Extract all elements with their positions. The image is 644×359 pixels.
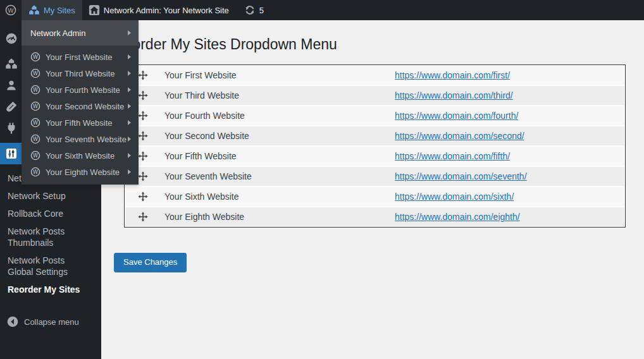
submenu-arrow-icon	[128, 30, 131, 35]
menu-item-site[interactable]: W Your Seventh Website	[22, 131, 139, 147]
sites-group: W Your First Website W Your Third Websit…	[22, 46, 139, 185]
svg-text:W: W	[33, 153, 38, 159]
submenu-item-network-setup[interactable]: Network Setup	[0, 187, 101, 205]
submenu-arrow-icon	[128, 87, 131, 92]
table-row: Your Sixth Website https://www.domain.co…	[125, 187, 624, 206]
my-sites-icon	[28, 4, 40, 16]
table-row: Your Fourth Website https://www.domain.c…	[125, 106, 624, 125]
site-menu-label: Your Fifth Website	[46, 118, 128, 128]
move-icon	[138, 192, 148, 202]
site-name: Your Second Website	[161, 131, 395, 141]
move-icon	[138, 111, 148, 121]
submenu-arrow-icon	[128, 104, 131, 109]
move-icon	[138, 90, 148, 100]
site-url-link[interactable]: https://www.domain.com/sixth/	[395, 192, 624, 202]
menu-item-site[interactable]: W Your First Website	[22, 49, 139, 65]
update-icon	[244, 4, 256, 16]
submenu-arrow-icon	[128, 71, 131, 76]
site-url-link[interactable]: https://www.domain.com/first/	[395, 70, 624, 80]
svg-text:W: W	[33, 71, 38, 76]
main-content: Reorder My Sites Dropdown Menu Your Firs…	[101, 20, 644, 272]
submenu-item-rollback-core[interactable]: Rollback Core	[0, 205, 101, 222]
site-name: Your Eighth Website	[161, 212, 395, 222]
site-name: Your Third Website	[161, 90, 395, 100]
table-row: Your Third Website https://www.domain.co…	[125, 86, 624, 105]
menu-item-site[interactable]: W Your Eighth Website	[22, 164, 139, 180]
site-url-link[interactable]: https://www.domain.com/second/	[395, 131, 624, 141]
network-admin-label: Network Admin	[30, 28, 128, 38]
current-site-label: Network Admin: Your Network Site	[104, 6, 229, 15]
dashboard-icon	[5, 32, 18, 45]
drag-handle[interactable]	[125, 192, 161, 202]
admin-bar-current-site[interactable]: Network Admin: Your Network Site	[82, 0, 235, 20]
users-icon	[5, 79, 18, 92]
drag-handle[interactable]	[125, 212, 161, 222]
collapse-menu-label: Collapse menu	[24, 317, 79, 327]
site-name: Your Sixth Website	[161, 192, 395, 202]
table-row: Your Fifth Website https://www.domain.co…	[125, 147, 624, 166]
svg-text:W: W	[33, 120, 38, 126]
site-menu-label: Your Sixth Website	[46, 151, 128, 161]
site-menu-label: Your First Website	[46, 52, 128, 62]
svg-text:W: W	[33, 137, 38, 142]
site-url-link[interactable]: https://www.domain.com/third/	[395, 90, 624, 100]
move-icon	[138, 212, 148, 222]
submenu-item-reorder-my-sites[interactable]: Reorder My Sites	[0, 281, 101, 298]
network-admin-group: Network Admin	[22, 20, 139, 46]
svg-text:W: W	[33, 104, 38, 109]
site-menu-label: Your Second Website	[46, 102, 128, 111]
submenu-item-network-posts-global-settings[interactable]: Network Posts Global Settings	[0, 252, 101, 281]
site-menu-label: Your Third Website	[46, 69, 128, 78]
menu-item-site[interactable]: W Your Third Website	[22, 65, 139, 82]
site-url-link[interactable]: https://www.domain.com/fourth/	[395, 111, 624, 121]
settings-submenu: Network Settings Network Setup Rollback …	[0, 169, 101, 298]
plugins-icon	[5, 122, 18, 135]
svg-text:W: W	[8, 7, 14, 14]
submenu-item-network-posts-thumbnails[interactable]: Network Posts Thumbnails	[0, 222, 101, 252]
my-sites-label: My Sites	[44, 6, 75, 15]
wordpress-site-icon: W	[30, 134, 40, 144]
admin-bar: W My Sites Network Admin: Your Network S…	[0, 0, 644, 20]
wordpress-site-icon: W	[30, 150, 40, 161]
save-changes-button[interactable]: Save Changes	[114, 253, 187, 272]
site-name: Your Seventh Website	[161, 171, 395, 181]
wordpress-logo-icon: W	[5, 4, 16, 16]
wordpress-site-icon: W	[30, 118, 40, 128]
submenu-arrow-icon	[128, 137, 131, 142]
menu-item-site[interactable]: W Your Second Website	[22, 98, 139, 114]
table-row: Your Eighth Website https://www.domain.c…	[125, 207, 624, 226]
wordpress-site-icon: W	[30, 167, 40, 177]
settings-icon	[5, 147, 18, 160]
collapse-icon	[6, 315, 19, 328]
sites-icon	[5, 58, 18, 70]
wordpress-site-icon: W	[30, 52, 40, 62]
wordpress-site-icon: W	[30, 85, 40, 95]
submenu-arrow-icon	[128, 120, 131, 125]
site-menu-label: Your Seventh Website	[46, 135, 128, 144]
move-icon	[138, 131, 148, 141]
svg-text:W: W	[33, 169, 38, 175]
wordpress-site-icon: W	[30, 68, 40, 78]
site-url-link[interactable]: https://www.domain.com/eighth/	[395, 212, 624, 222]
page-title: Reorder My Sites Dropdown Menu	[114, 34, 631, 54]
submenu-arrow-icon	[128, 153, 131, 158]
menu-item-site[interactable]: W Your Sixth Website	[22, 147, 139, 164]
site-name: Your First Website	[161, 70, 395, 80]
site-name: Your Fourth Website	[161, 111, 395, 121]
menu-item-network-admin[interactable]: Network Admin	[22, 25, 139, 41]
move-icon	[138, 151, 148, 161]
svg-text:W: W	[33, 54, 38, 60]
submenu-arrow-icon	[128, 169, 131, 174]
admin-bar-updates[interactable]: 5	[238, 0, 270, 20]
collapse-menu-button[interactable]: Collapse menu	[0, 312, 101, 331]
admin-bar-my-sites[interactable]: My Sites	[22, 0, 82, 20]
table-row: Your Seventh Website https://www.domain.…	[125, 167, 624, 186]
site-url-link[interactable]: https://www.domain.com/fifth/	[395, 151, 624, 161]
updates-count: 5	[259, 6, 264, 15]
menu-item-site[interactable]: W Your Fourth Website	[22, 82, 139, 98]
site-url-link[interactable]: https://www.domain.com/seventh/	[395, 171, 624, 181]
table-row: Your First Website https://www.domain.co…	[125, 66, 624, 85]
wordpress-logo-menu[interactable]: W	[0, 0, 22, 20]
menu-item-site[interactable]: W Your Fifth Website	[22, 114, 139, 131]
reorder-sites-table: Your First Website https://www.domain.co…	[124, 64, 626, 228]
